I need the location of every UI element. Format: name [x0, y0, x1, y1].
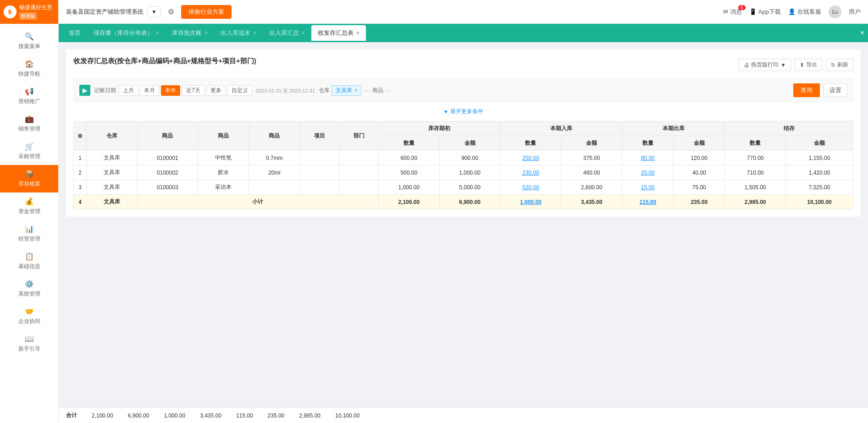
- sidebar-item-label: 系统管理: [18, 290, 40, 298]
- service-icon: 👤: [788, 8, 796, 15]
- warehouse-tag-close[interactable]: ×: [354, 87, 357, 93]
- row2-dept: [339, 165, 378, 180]
- subtotal-in-qty[interactable]: 1,000.00: [500, 195, 561, 209]
- row2-open-amt: 1,000.00: [439, 165, 500, 180]
- col-spec-header: 商品: [249, 121, 300, 151]
- tab-receive-summary[interactable]: 收发存汇总表 ×: [311, 25, 366, 41]
- col-close-amt: 金额: [786, 136, 853, 151]
- date-btn-this-month[interactable]: 本月: [140, 85, 159, 96]
- print-icon: 🖨: [744, 62, 749, 68]
- sidebar-item-marketing[interactable]: 📢 营销推广: [0, 82, 58, 110]
- sidebar-item-purchase[interactable]: 🛒 采购管理: [0, 137, 58, 165]
- date-btn-custom[interactable]: 自定义: [227, 85, 252, 96]
- inventory-icon: 📦: [25, 170, 34, 178]
- total-out-qty: 115.00: [236, 412, 253, 419]
- row2-warehouse: 文具库: [87, 165, 138, 180]
- row3-out-amt: 75.00: [674, 180, 725, 195]
- date-btn-more[interactable]: 更多: [206, 85, 226, 96]
- avatar[interactable]: Ea: [829, 5, 841, 18]
- refresh-btn[interactable]: ↻ 刷新: [826, 59, 853, 71]
- expand-conditions-btn[interactable]: ▼ 展开更多条件: [443, 108, 484, 115]
- col-in-header: 本期入库: [500, 121, 622, 136]
- sidebar-item-label: 营销推广: [18, 98, 40, 105]
- total-open-qty: 2,100.00: [92, 412, 113, 419]
- total-in-amt: 3,435.00: [200, 412, 221, 419]
- col-project-header: 项目: [300, 121, 339, 151]
- row2-code: 0100002: [137, 165, 198, 180]
- export-btn[interactable]: ⬆ 导出: [795, 59, 822, 71]
- tab-inventory-dist-close[interactable]: ×: [156, 30, 159, 36]
- row2-out-qty[interactable]: 20.00: [622, 165, 674, 180]
- row1-spec: 0.7mm: [249, 151, 300, 165]
- col-settings-header[interactable]: ⚙: [74, 121, 87, 151]
- tab-inout-flow-label: 出入库流水: [221, 29, 250, 37]
- row2-in-qty[interactable]: 230.00: [500, 165, 561, 180]
- sidebar-item-search[interactable]: 🔍 搜索菜单: [0, 27, 58, 55]
- refresh-icon: ↻: [831, 62, 835, 68]
- sidebar-item-label: 基础信息: [18, 263, 40, 270]
- tab-home[interactable]: 首页: [62, 25, 87, 41]
- tab-batch-close[interactable]: ×: [205, 30, 208, 36]
- tab-inout-flow[interactable]: 出入库流水 ×: [214, 25, 263, 41]
- online-service-button[interactable]: 👤 在线客服: [788, 8, 821, 16]
- tab-inventory-dist[interactable]: 现存量（库存分布表） ×: [87, 25, 166, 41]
- sidebar-item-collab[interactable]: 🤝 企业协同: [0, 302, 58, 330]
- tab-inout-flow-close[interactable]: ×: [253, 30, 256, 36]
- sidebar-item-system[interactable]: ⚙️ 系统管理: [0, 275, 58, 302]
- sidebar-item-business[interactable]: 📊 经营管理: [0, 220, 58, 247]
- date-btn-7days[interactable]: 近7天: [182, 85, 205, 96]
- system-name: 装备及固定资产辅助管理系统: [66, 8, 144, 16]
- row3-open-qty: 1,000.00: [378, 180, 439, 195]
- row1-out-qty[interactable]: 80.00: [622, 151, 674, 165]
- tab-receive-summary-close[interactable]: ×: [356, 30, 359, 36]
- row1-close-qty: 770.00: [725, 151, 786, 165]
- filter-action-btns: 查询 设置: [793, 83, 847, 97]
- app-tag: 标准版: [19, 12, 37, 20]
- sidebar-item-guide[interactable]: 📖 新手引导: [0, 330, 58, 357]
- sidebar-item-quick-nav[interactable]: 🏠 快捷导航: [0, 55, 58, 82]
- download-label: App下载: [758, 8, 781, 16]
- tab-inventory-dist-label: 现存量（库存分布表）: [94, 29, 153, 37]
- sidebar-item-sales[interactable]: 💼 销售管理: [0, 110, 58, 137]
- sidebar-item-inventory[interactable]: 📦 库存核算: [0, 165, 58, 192]
- row3-out-qty[interactable]: 15.00: [622, 180, 674, 195]
- trial-button[interactable]: 体验行业方案: [181, 5, 232, 19]
- col-name-header: 商品: [198, 121, 249, 151]
- sidebar-item-basic[interactable]: 📋 基础信息: [0, 247, 58, 275]
- row2-name: 胶水: [198, 165, 249, 180]
- warehouse-more[interactable]: ···: [363, 87, 369, 94]
- row1-in-qty[interactable]: 250.00: [500, 151, 561, 165]
- message-button[interactable]: ✉ 消息 6: [723, 8, 742, 16]
- filter-toggle-btn[interactable]: ▶: [79, 85, 90, 96]
- print-btn[interactable]: 🖨 拣货版打印 ▼: [739, 59, 791, 71]
- total-out-amt: 235.00: [268, 412, 285, 419]
- page-content: 收发存汇总表(按仓库+商品编码+商品+规格型号+项目+部门) 🖨 拣货版打印 ▼…: [59, 42, 868, 407]
- settings-icon[interactable]: ⚙: [165, 5, 177, 18]
- tab-home-label: 首页: [69, 29, 81, 37]
- subtotal-out-qty[interactable]: 115.00: [622, 195, 674, 209]
- export-label: 导出: [806, 61, 817, 69]
- query-button[interactable]: 查询: [793, 83, 820, 97]
- app-download-button[interactable]: 📱 App下载: [749, 8, 781, 16]
- date-range-display: 2023-01-01 至 2023-12-31: [256, 87, 315, 94]
- subtotal-close-qty: 2,985.00: [725, 195, 786, 209]
- tab-batch[interactable]: 库存批次账 ×: [166, 25, 214, 41]
- tab-inout-summary-close[interactable]: ×: [302, 30, 305, 36]
- sidebar-item-label: 库存核算: [18, 180, 40, 188]
- sidebar-item-finance[interactable]: 💰 资金管理: [0, 192, 58, 220]
- col-in-amt: 金额: [561, 136, 622, 151]
- sidebar-item-label: 采购管理: [18, 153, 40, 160]
- subtotal-label: 小计: [137, 195, 378, 209]
- row3-in-qty[interactable]: 520.00: [500, 180, 561, 195]
- col-open-qty: 数量: [378, 136, 439, 151]
- row2-open-qty: 500.00: [378, 165, 439, 180]
- product-more[interactable]: ···: [385, 87, 391, 94]
- date-btn-this-year[interactable]: 本年: [161, 85, 180, 96]
- sidebar-item-label: 销售管理: [18, 125, 40, 133]
- system-dropdown[interactable]: ▼: [147, 6, 161, 17]
- close-all-tabs[interactable]: ×: [860, 29, 864, 37]
- tab-inout-summary[interactable]: 出入库汇总 ×: [263, 25, 311, 41]
- home-icon: 🏠: [25, 60, 34, 68]
- settings-button[interactable]: 设置: [824, 83, 847, 97]
- date-btn-last-month[interactable]: 上月: [119, 85, 138, 96]
